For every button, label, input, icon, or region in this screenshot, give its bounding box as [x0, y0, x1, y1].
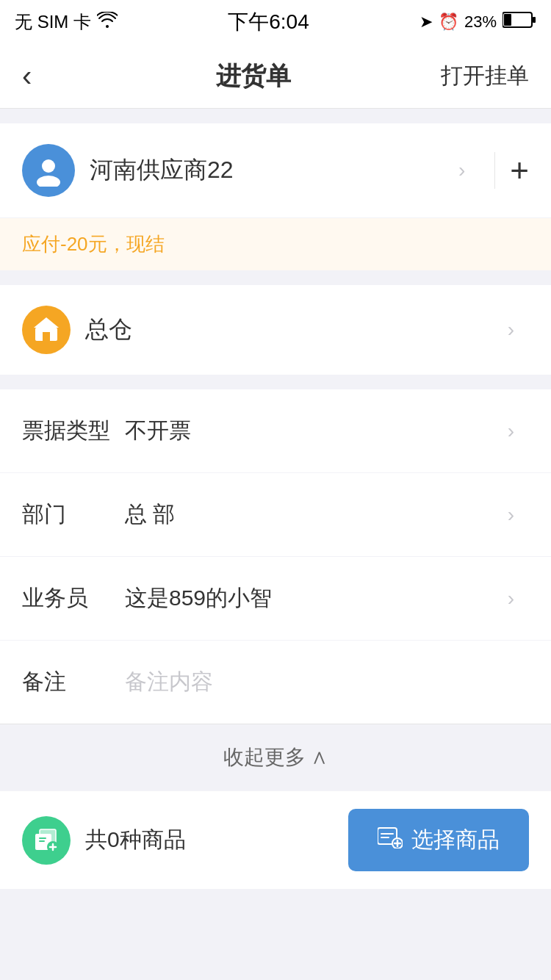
invoice-type-label: 票据类型: [22, 416, 125, 446]
form-section: 票据类型 不开票 › 部门 总 部 › 业务员 这是859的小智 › 备注 备注…: [0, 389, 551, 724]
svg-rect-1: [533, 17, 536, 23]
invoice-type-value: 不开票: [125, 416, 508, 446]
page-title: 进货单: [216, 60, 291, 93]
warehouse-chevron-icon: ›: [508, 318, 514, 342]
invoice-type-row[interactable]: 票据类型 不开票 ›: [0, 389, 551, 473]
salesperson-row[interactable]: 业务员 这是859的小智 ›: [0, 557, 551, 641]
select-product-button[interactable]: 选择商品: [348, 809, 529, 871]
dept-chevron-icon: ›: [508, 503, 514, 527]
carrier-text: 无 SIM 卡: [15, 10, 91, 34]
dept-label: 部门: [22, 500, 125, 530]
status-left: 无 SIM 卡: [15, 10, 118, 34]
supplier-avatar: [22, 144, 75, 197]
salesperson-value: 这是859的小智: [125, 583, 508, 613]
select-product-icon: [378, 826, 403, 854]
invoice-type-chevron-icon: ›: [508, 419, 514, 443]
battery-icon: [503, 11, 536, 33]
bottom-bar: 共0种商品 选择商品: [0, 790, 551, 889]
svg-marker-6: [34, 317, 59, 328]
remark-row[interactable]: 备注 备注内容: [0, 641, 551, 724]
product-icon: [22, 816, 71, 865]
svg-point-4: [37, 176, 60, 187]
supplier-chevron-icon: ›: [458, 159, 465, 182]
collapse-bar[interactable]: 收起更多 ∧: [0, 724, 551, 790]
supplier-row[interactable]: 河南供应商22 › +: [0, 123, 551, 217]
open-pending-button[interactable]: 打开挂单: [441, 61, 529, 91]
product-count-area: 共0种商品: [22, 816, 186, 865]
dept-row[interactable]: 部门 总 部 ›: [0, 473, 551, 557]
notice-text: 应付-20元，现结: [22, 233, 165, 255]
salesperson-chevron-icon: ›: [508, 587, 514, 610]
battery-text: 23%: [464, 12, 497, 32]
main-content-area: [0, 889, 551, 980]
status-time: 下午6:04: [228, 8, 309, 36]
wifi-icon: [97, 12, 118, 32]
nav-bar: ‹ 进货单 打开挂单: [0, 44, 551, 109]
warehouse-row[interactable]: 总仓 ›: [0, 285, 551, 375]
collapse-label: 收起更多 ∧: [223, 746, 328, 768]
add-supplier-button[interactable]: +: [510, 154, 529, 187]
product-count-text: 共0种商品: [85, 825, 186, 855]
status-bar: 无 SIM 卡 下午6:04 ➤ ⏰ 23%: [0, 0, 551, 44]
location-icon: ➤: [419, 12, 433, 32]
warehouse-name: 总仓: [85, 314, 508, 346]
status-right: ➤ ⏰ 23%: [419, 11, 536, 33]
warehouse-icon: [22, 306, 71, 354]
supplier-section: 河南供应商22 › + 应付-20元，现结: [0, 123, 551, 270]
remark-input[interactable]: 备注内容: [125, 667, 529, 697]
supplier-name: 河南供应商22: [90, 154, 458, 187]
svg-rect-2: [504, 14, 511, 26]
salesperson-label: 业务员: [22, 583, 125, 613]
svg-rect-7: [43, 332, 50, 341]
svg-point-3: [42, 159, 55, 173]
select-product-label: 选择商品: [411, 825, 500, 855]
back-button[interactable]: ‹: [22, 60, 66, 93]
dept-value: 总 部: [125, 500, 508, 530]
notice-bar: 应付-20元，现结: [0, 217, 551, 270]
section-gap-1: [0, 109, 551, 123]
alarm-icon: ⏰: [439, 12, 458, 32]
remark-label: 备注: [22, 667, 125, 697]
supplier-divider: [494, 152, 495, 189]
